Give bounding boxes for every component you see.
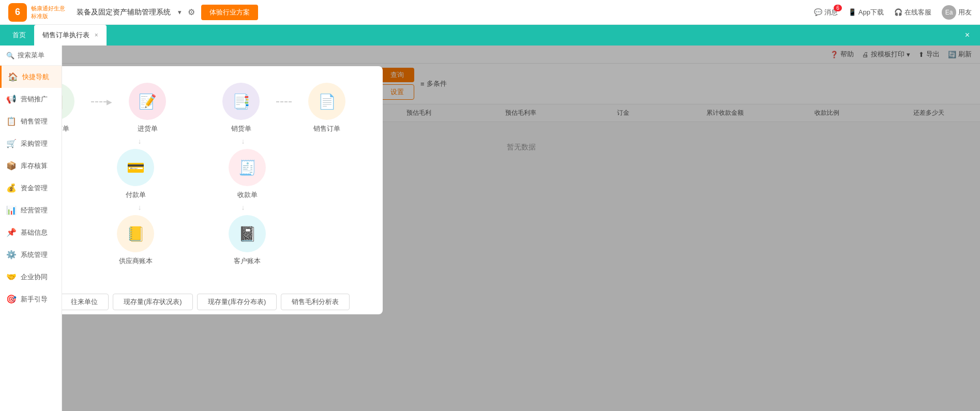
sales-order-label: 销售订单 <box>313 124 340 133</box>
header-right: 💬 6 消息 📱 App下载 🎧 在线客服 Ea 用友 <box>814 5 972 20</box>
modal-overlay[interactable]: 📋 进货订单 ▶ 📝 进货单 <box>62 45 980 411</box>
workflow-node-customer-ledger: 📓 客户账本 <box>229 215 266 266</box>
sidebar-item-enterprise[interactable]: 🤝 企业协同 <box>0 266 62 288</box>
basic-info-icon: 📌 <box>6 227 17 237</box>
workflow-node-payment: 💳 付款单 <box>117 149 154 200</box>
sales-order-icon: 📄 <box>308 83 345 120</box>
sidebar-item-label: 快捷导航 <box>22 72 49 82</box>
sidebar-item-operations[interactable]: 📊 经营管理 <box>0 199 62 221</box>
sidebar-item-finance[interactable]: 💰 资金管理 <box>0 177 62 199</box>
workflow-node-sales-order: 📄 销售订单 <box>308 83 345 133</box>
top-header: 6 畅康通好生意 标准版 装备及固定资产辅助管理系统 ▾ ⚙ 体验行业方案 💬 … <box>0 0 980 25</box>
tab-sales-order-label: 销售订单执行表 <box>42 31 89 39</box>
marketing-icon: 📢 <box>6 94 17 104</box>
beginner-icon: 🎯 <box>6 294 17 304</box>
sidebar-item-purchase[interactable]: 🛒 采购管理 <box>0 132 62 155</box>
search-menu-label: 搜索菜单 <box>18 51 44 60</box>
main-layout: 🔍 搜索菜单 🏠 快捷导航 📢 营销推广 📋 销售管理 🛒 采购管理 📦 库存核… <box>0 45 980 411</box>
sidebar-item-marketing[interactable]: 📢 营销推广 <box>0 88 62 110</box>
common-functions-title: 常用功能 <box>62 278 362 287</box>
sidebar-item-beginner[interactable]: 🎯 新手引导 <box>0 288 62 310</box>
workflow-node-sales-bill: 📑 销货单 <box>222 83 260 133</box>
message-item[interactable]: 💬 6 消息 <box>814 8 838 17</box>
system-icon: ⚙️ <box>6 250 17 260</box>
workflow-node-supplier-ledger: 📒 供应商账本 <box>117 215 154 266</box>
sidebar-item-label: 销售管理 <box>21 117 48 126</box>
sidebar-item-label: 基础信息 <box>21 228 48 237</box>
workflow-node-purchase-order: 📋 进货订单 <box>62 83 74 133</box>
func-btn-partner[interactable]: 往来单位 <box>62 294 109 310</box>
inventory-icon: 📦 <box>6 161 17 171</box>
sales-bill-icon: 📑 <box>222 83 260 120</box>
app-download-label: App下载 <box>858 8 884 17</box>
logo-text: 畅康通好生意 标准版 <box>31 5 65 20</box>
common-functions: 常用功能 商品 往来单位 现存量(库存状况表) 现存量(库存分布表) 销售毛利分… <box>62 278 362 314</box>
sidebar-item-label: 库存核算 <box>21 161 48 171</box>
sidebar: 🔍 搜索菜单 🏠 快捷导航 📢 营销推广 📋 销售管理 🛒 采购管理 📦 库存核… <box>0 45 62 411</box>
function-buttons: 商品 往来单位 现存量(库存状况表) 现存量(库存分布表) 销售毛利分析表 商品… <box>62 294 362 314</box>
customer-ledger-label: 客户账本 <box>234 256 261 266</box>
sidebar-item-label: 企业协同 <box>21 272 48 282</box>
sidebar-item-inventory[interactable]: 📦 库存核算 <box>0 155 62 177</box>
home-icon: 🏠 <box>8 72 18 82</box>
sidebar-item-label: 营销推广 <box>21 95 48 104</box>
nav-tabs: 首页 销售订单执行表 × × <box>0 25 980 45</box>
tab-sales-order[interactable]: 销售订单执行表 × <box>34 25 107 45</box>
receipt-label: 收款单 <box>237 190 258 200</box>
purchase-icon: 🛒 <box>6 139 17 148</box>
tab-close-icon[interactable]: × <box>95 32 98 39</box>
modal: 📋 进货订单 ▶ 📝 进货单 <box>62 66 383 314</box>
logo-area: 6 畅康通好生意 标准版 <box>8 3 70 22</box>
payment-label: 付款单 <box>126 190 146 200</box>
workflow-node-purchase-bill: 📝 进货单 <box>129 83 166 133</box>
sales-bill-label: 销货单 <box>231 124 251 133</box>
purchase-order-label: 进货订单 <box>62 124 69 133</box>
tab-home[interactable]: 首页 <box>4 25 34 45</box>
content-area: ❓ 帮助 🖨 按模板打印 ▾ ⬆ 导出 🔄 刷新 <box>62 45 980 411</box>
search-menu-item[interactable]: 🔍 搜索菜单 <box>0 45 62 66</box>
user-name: 用友 <box>958 8 972 17</box>
func-btn-sales-profit[interactable]: 销售毛利分析表 <box>281 294 350 310</box>
workflow-node-receipt: 🧾 收款单 <box>229 149 266 200</box>
sidebar-item-sales[interactable]: 📋 销售管理 <box>0 110 62 132</box>
avatar: Ea <box>942 5 956 20</box>
func-btn-inventory-status[interactable]: 现存量(库存状况表) <box>113 294 193 310</box>
logo-icon: 6 <box>8 3 27 22</box>
func-btn-inventory-dist[interactable]: 现存量(库存分布表) <box>197 294 277 310</box>
sidebar-item-label: 系统管理 <box>21 250 48 260</box>
sidebar-item-label: 经营管理 <box>21 206 48 215</box>
supplier-ledger-label: 供应商账本 <box>119 256 153 266</box>
sidebar-item-basic-info[interactable]: 📌 基础信息 <box>0 221 62 243</box>
message-icon: 💬 <box>814 8 822 16</box>
payment-icon: 💳 <box>117 149 154 186</box>
sidebar-item-label: 资金管理 <box>21 184 48 193</box>
sidebar-item-quick-nav[interactable]: 🏠 快捷导航 <box>0 66 62 88</box>
sales-icon: 📋 <box>6 116 17 126</box>
online-service-label: 在线客服 <box>904 8 931 17</box>
message-badge: 6 <box>834 5 842 11</box>
enterprise-icon: 🤝 <box>6 272 17 282</box>
purchase-bill-icon: 📝 <box>129 83 166 120</box>
headset-icon: 🎧 <box>894 8 902 16</box>
sidebar-item-label: 新手引导 <box>21 295 48 304</box>
trial-button[interactable]: 体验行业方案 <box>201 5 258 20</box>
operations-icon: 📊 <box>6 205 17 215</box>
purchase-bill-label: 进货单 <box>138 124 158 133</box>
purchase-order-icon: 📋 <box>62 83 74 120</box>
close-all-icon[interactable]: × <box>959 31 976 40</box>
mobile-icon: 📱 <box>848 8 856 16</box>
supplier-ledger-icon: 📒 <box>117 215 154 252</box>
finance-icon: 💰 <box>6 183 17 193</box>
gear-icon[interactable]: ⚙ <box>188 7 195 17</box>
sidebar-item-label: 采购管理 <box>21 139 48 148</box>
receipt-icon: 🧾 <box>229 149 266 186</box>
dropdown-arrow-icon[interactable]: ▾ <box>178 8 182 16</box>
search-icon: 🔍 <box>6 52 14 59</box>
system-title: 装备及固定资产辅助管理系统 <box>77 8 171 17</box>
app-download-item[interactable]: 📱 App下载 <box>848 8 884 17</box>
sidebar-item-system[interactable]: ⚙️ 系统管理 <box>0 243 62 266</box>
user-item[interactable]: Ea 用友 <box>942 5 972 20</box>
online-service-item[interactable]: 🎧 在线客服 <box>894 8 931 17</box>
customer-ledger-icon: 📓 <box>229 215 266 252</box>
